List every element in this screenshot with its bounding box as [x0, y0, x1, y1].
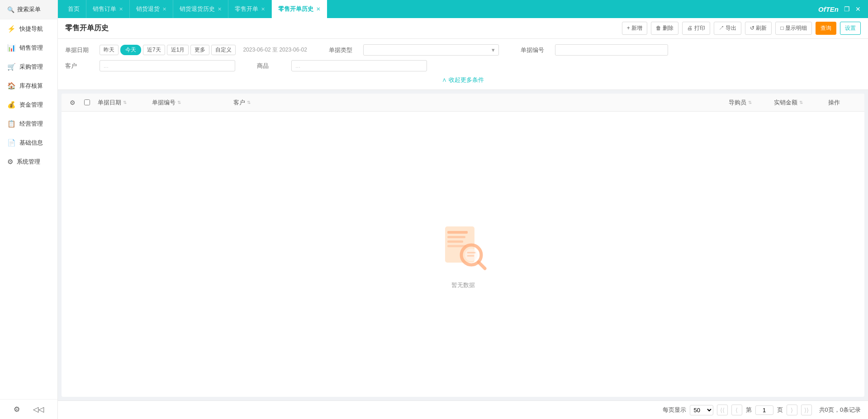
per-page-select[interactable]: 50 20 100	[690, 405, 713, 415]
filter-doc-type-select[interactable]: ▾	[363, 44, 499, 56]
sidebar-item-finance[interactable]: 💰 资金管理	[0, 95, 57, 114]
collapse-sidebar-button[interactable]: ◁◁	[33, 405, 44, 414]
svg-rect-3	[447, 240, 463, 243]
tab-retail-open-history-label: 零售开单历史	[278, 5, 313, 13]
tab-home[interactable]: 首页	[62, 0, 86, 18]
first-page-button[interactable]: ⟨⟨	[717, 405, 728, 415]
sidebar-item-label: 采购管理	[19, 63, 43, 71]
th-action: 操作	[825, 99, 861, 107]
sidebar-item-label: 经营管理	[19, 120, 43, 128]
sidebar-search[interactable]: 🔍 搜索采单	[0, 0, 57, 19]
date-7days-btn[interactable]: 近7天	[143, 45, 165, 55]
filter-area: 单据日期 昨天 今天 近7天 近1月 更多 自定义 2023-06-02 至 2…	[58, 39, 868, 90]
filter-date-range: 2023-06-02 至 2023-06-02	[243, 46, 307, 54]
sidebar-item-operations[interactable]: 📋 经营管理	[0, 114, 57, 133]
quick-nav-icon: ⚡	[7, 25, 16, 33]
total-text: 共0页，0条记录	[819, 406, 861, 414]
sidebar-item-inventory[interactable]: 🏠 库存核算	[0, 76, 57, 95]
restore-window-button[interactable]: ❐	[844, 5, 850, 13]
page-label: 第	[746, 406, 752, 414]
tab-retail-open-history-close[interactable]: ✕	[316, 6, 320, 12]
page-title: 零售开单历史	[65, 24, 618, 33]
refresh-button[interactable]: ↺ 刷新	[745, 22, 772, 35]
delete-button[interactable]: 🗑 删除	[651, 22, 678, 35]
sidebar-item-basic[interactable]: 📄 基础信息	[0, 133, 57, 152]
prev-page-button[interactable]: ⟨	[731, 405, 742, 415]
export-button[interactable]: ↗ 导出	[714, 22, 741, 35]
add-button[interactable]: + 新增	[622, 22, 647, 35]
query-button[interactable]: 查询	[816, 22, 836, 35]
sort-date-icon: ⇅	[123, 100, 127, 105]
date-yesterday-btn[interactable]: 昨天	[100, 45, 119, 55]
th-date[interactable]: 单据日期 ⇅	[94, 99, 148, 107]
date-custom-btn[interactable]: 自定义	[211, 45, 236, 55]
search-icon: 🔍	[7, 6, 14, 13]
tab-sales-return-history-close[interactable]: ✕	[218, 6, 222, 12]
date-month-btn[interactable]: 近1月	[167, 45, 189, 55]
sidebar-item-label: 资金管理	[19, 101, 43, 109]
page-number-input[interactable]	[755, 405, 773, 415]
svg-point-6	[465, 249, 478, 261]
tab-sales-return-history[interactable]: 销货退货历史 ✕	[173, 0, 228, 18]
next-page-button[interactable]: ⟩	[787, 405, 797, 415]
tab-sales-order-close[interactable]: ✕	[119, 6, 123, 12]
sidebar-item-label: 销售管理	[19, 44, 43, 52]
tab-sales-return-label: 销货退货	[136, 5, 160, 13]
filter-row-customer: 客户 ... 商品 ...	[65, 60, 861, 71]
sidebar-item-purchase[interactable]: 🛒 采购管理	[0, 57, 57, 76]
settings-filter-button[interactable]: 设置	[840, 22, 861, 35]
table-settings-button[interactable]: ⚙	[65, 95, 80, 110]
sidebar-item-label: 基础信息	[19, 139, 43, 147]
settings-button[interactable]: ⚙	[14, 405, 20, 414]
th-customer-label: 客户	[233, 99, 245, 107]
filter-doc-type-label: 单据类型	[329, 46, 356, 54]
tab-retail-open[interactable]: 零售开单 ✕	[228, 0, 272, 18]
display-detail-button[interactable]: □ 显示明细	[775, 22, 812, 35]
tab-bar-right: OfTEn ❐ ✕	[818, 5, 864, 13]
th-guide[interactable]: 导购员 ⇅	[725, 99, 770, 107]
purchase-icon: 🛒	[7, 63, 16, 71]
th-amount-label: 实销金额	[774, 99, 797, 107]
content-area: 零售开单历史 + 新增 🗑 删除 🖨 打印 ↗ 导出 ↺ 刷新 □ 显示明细 查…	[58, 18, 868, 419]
sales-icon: 📊	[7, 44, 16, 52]
sidebar-item-system[interactable]: ⚙ 系统管理	[0, 152, 57, 171]
filter-customer-label: 客户	[65, 62, 92, 70]
th-date-label: 单据日期	[98, 99, 121, 107]
tab-sales-return-close[interactable]: ✕	[162, 6, 166, 12]
th-number[interactable]: 单据编号 ⇅	[148, 99, 230, 107]
tab-sales-order[interactable]: 销售订单 ✕	[86, 0, 130, 18]
svg-rect-1	[447, 231, 468, 234]
tab-home-label: 首页	[68, 5, 80, 13]
empty-state: 暂无数据	[62, 112, 864, 397]
filter-doc-number-input[interactable]	[555, 44, 668, 56]
th-action-label: 操作	[828, 99, 840, 107]
print-button[interactable]: 🖨 打印	[682, 22, 710, 35]
filter-product-input[interactable]: ...	[291, 60, 427, 71]
filter-product-label: 商品	[257, 62, 284, 70]
tab-retail-open-history[interactable]: 零售开单历史 ✕	[272, 0, 327, 18]
sort-customer-icon: ⇅	[247, 100, 251, 105]
sidebar-item-quick-nav[interactable]: ⚡ 快捷导航	[0, 19, 57, 38]
collapse-more-button[interactable]: ∧ 收起更多条件	[65, 76, 861, 84]
sidebar-search-label: 搜索采单	[17, 5, 41, 14]
date-more-btn[interactable]: 更多	[190, 45, 209, 55]
operations-icon: 📋	[7, 120, 16, 128]
svg-line-7	[479, 262, 485, 268]
per-page-label: 每页显示	[663, 406, 686, 414]
select-all-input[interactable]	[84, 99, 90, 105]
close-window-button[interactable]: ✕	[855, 5, 861, 13]
empty-svg	[436, 220, 490, 274]
sidebar-item-sales[interactable]: 📊 销售管理	[0, 38, 57, 57]
main-area: 首页 销售订单 ✕ 销货退货 ✕ 销货退货历史 ✕ 零售开单 ✕ 零售开单历史 …	[58, 0, 868, 419]
table-select-all-checkbox[interactable]	[80, 99, 94, 105]
filter-customer-input[interactable]: ...	[100, 60, 235, 71]
th-amount[interactable]: 实销金额 ⇅	[770, 99, 825, 107]
date-today-btn[interactable]: 今天	[120, 45, 141, 55]
sort-guide-icon: ⇅	[748, 100, 752, 105]
th-customer[interactable]: 客户 ⇅	[230, 99, 725, 107]
last-page-button[interactable]: ⟩⟩	[801, 405, 812, 415]
tab-bar: 首页 销售订单 ✕ 销货退货 ✕ 销货退货历史 ✕ 零售开单 ✕ 零售开单历史 …	[58, 0, 868, 18]
tab-retail-open-close[interactable]: ✕	[261, 6, 265, 12]
tab-sales-return[interactable]: 销货退货 ✕	[130, 0, 173, 18]
product-dots-icon: ...	[295, 62, 300, 69]
